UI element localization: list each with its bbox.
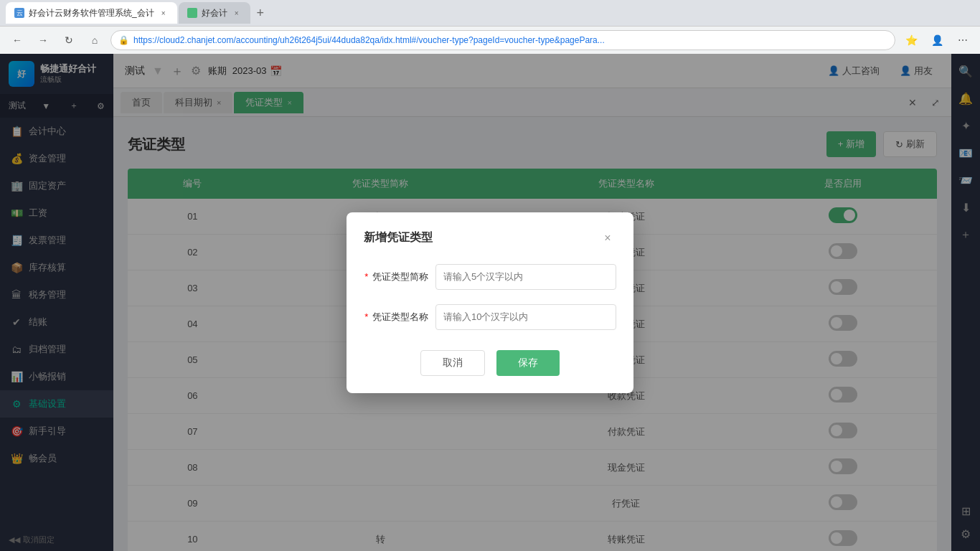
- name-required-mark: *: [364, 311, 368, 322]
- address-bar[interactable]: 🔒 https://cloud2.chanjet.com/accounting/…: [110, 30, 895, 50]
- abbr-input[interactable]: [435, 264, 616, 290]
- modal-title: 新增凭证类型: [364, 230, 433, 245]
- tab-label-1: 好会计云财务软件管理系统_会计: [29, 7, 154, 19]
- abbr-required-mark: *: [364, 271, 368, 282]
- extensions-button[interactable]: ⭐: [901, 30, 921, 50]
- tab-inactive[interactable]: 好会计 ×: [179, 2, 250, 24]
- back-button[interactable]: ←: [7, 30, 27, 50]
- modal-footer: 取消 保存: [364, 350, 616, 376]
- save-button[interactable]: 保存: [496, 350, 560, 376]
- lock-icon: 🔒: [118, 35, 129, 45]
- forward-button[interactable]: →: [33, 30, 53, 50]
- name-input[interactable]: [435, 304, 616, 330]
- tab-label-2: 好会计: [202, 7, 227, 19]
- profile-button[interactable]: 👤: [927, 30, 947, 50]
- abbr-label: * 凭证类型简称: [364, 270, 428, 283]
- reload-button[interactable]: ↻: [59, 30, 79, 50]
- add-voucher-type-modal: 新增凭证类型 × * 凭证类型简称 * 凭证类型名称 取消 保存: [347, 212, 633, 393]
- modal-overlay: 新增凭证类型 × * 凭证类型简称 * 凭证类型名称 取消 保存: [0, 54, 980, 551]
- name-form-row: * 凭证类型名称: [364, 304, 616, 330]
- tab-close-1[interactable]: ×: [159, 8, 169, 18]
- name-label: * 凭证类型名称: [364, 311, 428, 324]
- tab-favicon-2: [187, 8, 197, 18]
- tab-close-2[interactable]: ×: [232, 8, 242, 18]
- abbr-form-row: * 凭证类型简称: [364, 264, 616, 290]
- cancel-button[interactable]: 取消: [420, 350, 485, 376]
- tab-active[interactable]: 云 好会计云财务软件管理系统_会计 ×: [6, 2, 177, 24]
- home-button[interactable]: ⌂: [85, 30, 105, 50]
- new-tab-button[interactable]: +: [250, 3, 270, 23]
- modal-close-button[interactable]: ×: [599, 230, 616, 247]
- tab-favicon-1: 云: [14, 8, 24, 18]
- url-text: https://cloud2.chanjet.com/accounting/uh…: [133, 35, 605, 45]
- menu-button[interactable]: ⋯: [953, 30, 973, 50]
- modal-header: 新增凭证类型 ×: [364, 230, 616, 247]
